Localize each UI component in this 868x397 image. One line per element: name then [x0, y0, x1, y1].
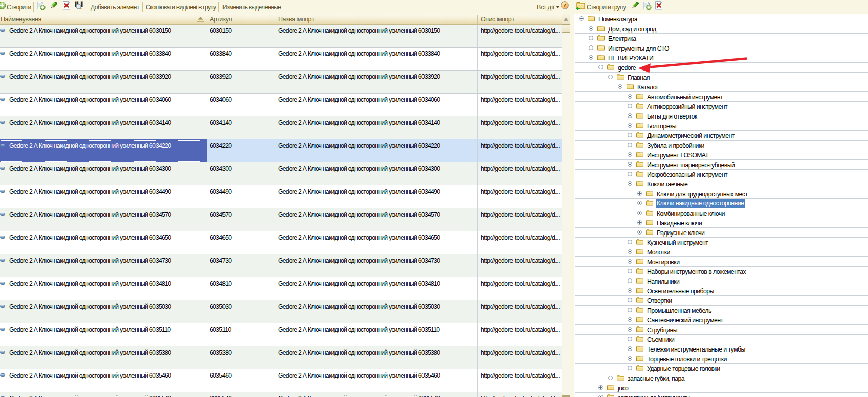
svg-text:?: ?: [563, 2, 566, 8]
